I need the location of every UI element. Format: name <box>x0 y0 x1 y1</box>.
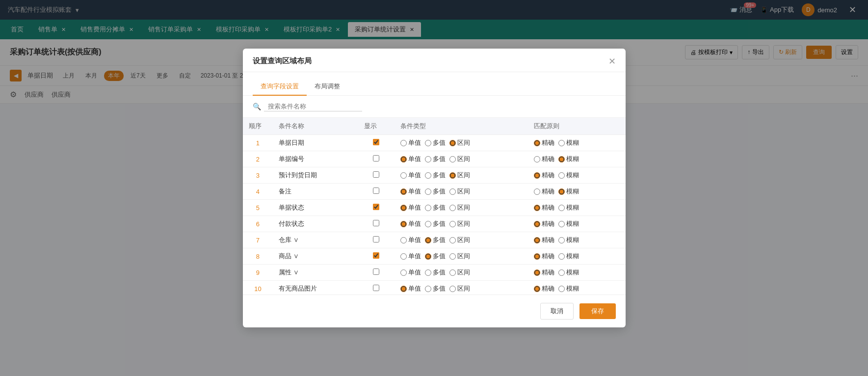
table-row: 10有无商品图片单值多值区间精确模糊 <box>243 281 626 295</box>
type-radio-type_multi[interactable]: 多值 <box>425 268 446 277</box>
show-checkbox[interactable] <box>373 204 379 210</box>
row-show[interactable] <box>358 281 395 295</box>
show-checkbox[interactable] <box>373 220 379 226</box>
type-radio-type_single[interactable]: 单值 <box>400 236 421 244</box>
match-radio-match_exact[interactable]: 精确 <box>534 252 554 261</box>
type-radio-type_range[interactable]: 区间 <box>449 155 470 163</box>
match-radio-match_exact[interactable]: 精确 <box>534 268 554 277</box>
row-name: 单据状态 <box>273 200 358 216</box>
type-radio-type_range[interactable]: 区间 <box>449 203 470 212</box>
match-radio-match_fuzzy[interactable]: 模糊 <box>558 252 579 261</box>
match-radio-match_exact[interactable]: 精确 <box>534 219 554 228</box>
match-radio-match_exact[interactable]: 精确 <box>534 284 554 293</box>
match-radio-match_exact[interactable]: 精确 <box>534 187 554 196</box>
type-radio-type_multi[interactable]: 多值 <box>425 155 446 163</box>
row-show[interactable] <box>358 151 395 167</box>
type-radio-type_range[interactable]: 区间 <box>449 138 470 147</box>
dialog-footer: 取消 保存 <box>243 295 626 327</box>
col-header-match: 匹配原则 <box>528 118 625 135</box>
type-radio-type_single[interactable]: 单值 <box>400 284 421 293</box>
row-match: 精确模糊 <box>528 232 625 248</box>
type-radio-type_multi[interactable]: 多值 <box>425 252 446 261</box>
show-checkbox[interactable] <box>373 269 379 275</box>
search-input[interactable] <box>264 102 362 111</box>
dialog-close-button[interactable]: ✕ <box>608 57 616 66</box>
show-checkbox[interactable] <box>373 188 379 194</box>
dialog-tab-fields[interactable]: 查询字段设置 <box>253 78 307 96</box>
row-show[interactable] <box>358 184 395 200</box>
match-radio-match_exact[interactable]: 精确 <box>534 236 554 244</box>
match-radio-match_fuzzy[interactable]: 模糊 <box>558 268 579 277</box>
dialog-body: 顺序 条件名称 显示 条件类型 匹配原则 1单据日期单值多值区间精确模糊2单据编… <box>243 118 626 295</box>
match-radio-match_fuzzy[interactable]: 模糊 <box>558 187 579 196</box>
cancel-button[interactable]: 取消 <box>540 303 574 320</box>
row-name: 预计到货日期 <box>273 167 358 184</box>
row-order: 6 <box>243 216 273 232</box>
match-radio-match_fuzzy[interactable]: 模糊 <box>558 138 579 147</box>
type-radio-type_single[interactable]: 单值 <box>400 219 421 228</box>
show-checkbox[interactable] <box>373 139 379 145</box>
table-row: 4备注单值多值区间精确模糊 <box>243 184 626 200</box>
row-show[interactable] <box>358 248 395 265</box>
match-radio-match_fuzzy[interactable]: 模糊 <box>558 155 579 163</box>
show-checkbox[interactable] <box>373 155 379 161</box>
col-header-type: 条件类型 <box>395 118 528 135</box>
type-radio-type_multi[interactable]: 多值 <box>425 284 446 293</box>
dialog-title: 设置查询区域布局 <box>253 56 312 66</box>
table-row: 8商品 ∨单值多值区间精确模糊 <box>243 248 626 265</box>
row-type: 单值多值区间 <box>395 200 528 216</box>
type-radio-type_multi[interactable]: 多值 <box>425 171 446 180</box>
type-radio-type_single[interactable]: 单值 <box>400 252 421 261</box>
type-radio-type_single[interactable]: 单值 <box>400 268 421 277</box>
type-radio-type_multi[interactable]: 多值 <box>425 203 446 212</box>
row-match: 精确模糊 <box>528 281 625 295</box>
type-radio-type_single[interactable]: 单值 <box>400 203 421 212</box>
row-show[interactable] <box>358 265 395 281</box>
row-show[interactable] <box>358 232 395 248</box>
type-radio-type_multi[interactable]: 多值 <box>425 187 446 196</box>
match-radio-match_exact[interactable]: 精确 <box>534 203 554 212</box>
save-button[interactable]: 保存 <box>579 303 616 319</box>
row-type: 单值多值区间 <box>395 281 528 295</box>
row-order: 10 <box>243 281 273 295</box>
type-radio-type_range[interactable]: 区间 <box>449 284 470 293</box>
dialog-header: 设置查询区域布局 ✕ <box>243 49 626 72</box>
type-radio-type_range[interactable]: 区间 <box>449 187 470 196</box>
row-match: 精确模糊 <box>528 248 625 265</box>
show-checkbox[interactable] <box>373 252 379 259</box>
table-row: 1单据日期单值多值区间精确模糊 <box>243 135 626 151</box>
show-checkbox[interactable] <box>373 236 379 242</box>
type-radio-type_range[interactable]: 区间 <box>449 219 470 228</box>
type-radio-type_single[interactable]: 单值 <box>400 171 421 180</box>
type-radio-type_multi[interactable]: 多值 <box>425 236 446 244</box>
row-show[interactable] <box>358 167 395 184</box>
match-radio-match_exact[interactable]: 精确 <box>534 155 554 163</box>
type-radio-type_range[interactable]: 区间 <box>449 171 470 180</box>
type-radio-type_single[interactable]: 单值 <box>400 187 421 196</box>
row-show[interactable] <box>358 200 395 216</box>
match-radio-match_exact[interactable]: 精确 <box>534 138 554 147</box>
dialog-tab-layout-label: 布局调整 <box>315 82 340 90</box>
type-radio-type_multi[interactable]: 多值 <box>425 219 446 228</box>
type-radio-type_single[interactable]: 单值 <box>400 155 421 163</box>
table-row: 9属性 ∨单值多值区间精确模糊 <box>243 265 626 281</box>
modal-overlay: 设置查询区域布局 ✕ 查询字段设置 布局调整 🔍 顺序 条件名称 <box>0 0 868 376</box>
type-radio-type_range[interactable]: 区间 <box>449 268 470 277</box>
match-radio-match_exact[interactable]: 精确 <box>534 171 554 180</box>
row-show[interactable] <box>358 216 395 232</box>
type-radio-type_range[interactable]: 区间 <box>449 236 470 244</box>
type-radio-type_single[interactable]: 单值 <box>400 138 421 147</box>
dialog-tab-layout[interactable]: 布局调整 <box>307 78 348 96</box>
show-checkbox[interactable] <box>373 285 379 291</box>
row-show[interactable] <box>358 135 395 151</box>
match-radio-match_fuzzy[interactable]: 模糊 <box>558 171 579 180</box>
row-order: 8 <box>243 248 273 265</box>
show-checkbox[interactable] <box>373 171 379 178</box>
type-radio-type_range[interactable]: 区间 <box>449 252 470 261</box>
match-radio-match_fuzzy[interactable]: 模糊 <box>558 284 579 293</box>
type-radio-type_multi[interactable]: 多值 <box>425 138 446 147</box>
row-type: 单值多值区间 <box>395 265 528 281</box>
match-radio-match_fuzzy[interactable]: 模糊 <box>558 236 579 244</box>
match-radio-match_fuzzy[interactable]: 模糊 <box>558 203 579 212</box>
match-radio-match_fuzzy[interactable]: 模糊 <box>558 219 579 228</box>
